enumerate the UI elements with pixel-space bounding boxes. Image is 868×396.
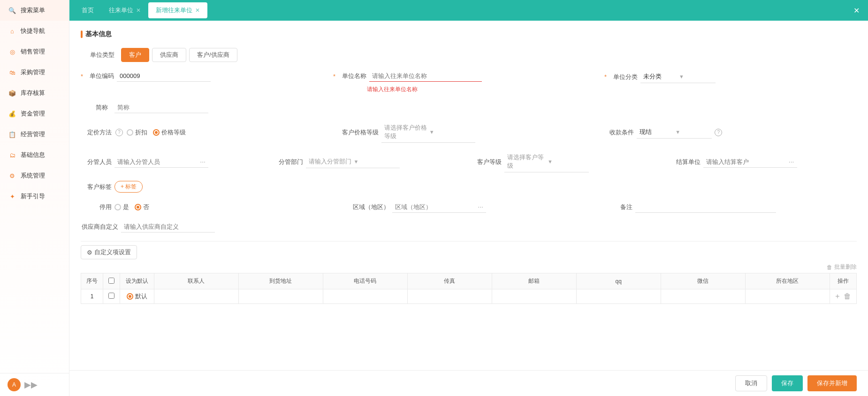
bottom-toolbar: ⚙ 自定义项设置 bbox=[81, 241, 857, 263]
abbreviation-row: 简称 bbox=[81, 102, 857, 113]
department-select[interactable]: 请输入分管部门 ▼ bbox=[306, 155, 400, 168]
payment-terms-info-icon[interactable]: ? bbox=[715, 129, 722, 136]
payment-terms-value: 现结 bbox=[640, 128, 673, 136]
add-row-button[interactable]: + bbox=[835, 292, 839, 301]
remark-input[interactable] bbox=[635, 202, 776, 213]
pricing-level-option[interactable]: 价格等级 bbox=[153, 128, 186, 137]
tab-new-partner-close[interactable]: ✕ bbox=[195, 7, 200, 14]
cell-default[interactable]: 默认 bbox=[120, 289, 154, 304]
location-input[interactable] bbox=[750, 293, 825, 300]
btn-both[interactable]: 客户/供应商 bbox=[189, 48, 237, 62]
nav-icon: ⌂ bbox=[8, 26, 17, 36]
payment-terms-select[interactable]: 现结 ▼ bbox=[637, 126, 712, 139]
abbreviation-label: 简称 bbox=[81, 103, 112, 112]
sidebar-item-guide[interactable]: ✦ 新手引导 bbox=[0, 186, 69, 207]
cell-location[interactable] bbox=[745, 289, 830, 304]
sidebar-expand-icon[interactable]: ▶▶ bbox=[24, 380, 38, 390]
sidebar-item-purchase[interactable]: 🛍 采购管理 bbox=[0, 62, 69, 83]
pricing-discount-option[interactable]: 折扣 bbox=[127, 128, 147, 137]
section-basic-info: 基本信息 bbox=[81, 30, 857, 39]
delete-row-button[interactable]: 🗑 bbox=[844, 292, 851, 301]
tab-home[interactable]: 首页 bbox=[74, 2, 101, 18]
phone-input[interactable] bbox=[328, 293, 403, 300]
code-name-category-row: * 单位编码 * 单位名称 请输入往来单位名称 * 单位分类 未分类 ▼ bbox=[81, 70, 857, 93]
tab-partners[interactable]: 往来单位 ✕ bbox=[101, 2, 148, 18]
cancel-button[interactable]: 取消 bbox=[735, 375, 767, 391]
unit-name-input[interactable] bbox=[369, 70, 482, 82]
sidebar-item-inventory[interactable]: 📦 库存核算 bbox=[0, 83, 69, 103]
sidebar-item-label: 库存核算 bbox=[21, 89, 45, 97]
sidebar-item-system[interactable]: ⚙ 系统管理 bbox=[0, 165, 69, 186]
unit-category-select[interactable]: 未分类 ▼ bbox=[640, 70, 716, 83]
default-radio-item[interactable]: 默认 bbox=[125, 292, 149, 301]
col-address: 到货地址 bbox=[238, 273, 323, 289]
row-actions: + 🗑 bbox=[835, 292, 852, 301]
sidebar-item-operations[interactable]: 📋 经营管理 bbox=[0, 124, 69, 145]
main-close-button[interactable]: ✕ bbox=[850, 6, 863, 15]
add-tag-button[interactable]: + 标签 bbox=[114, 181, 143, 193]
content-area: 基本信息 单位类型 客户 供应商 客户/供应商 * 单位编码 * bbox=[69, 21, 868, 370]
customer-tags-field: 客户标签 + 标签 bbox=[81, 181, 857, 193]
contact-table: 序号 设为默认 联系人 到货地址 电话号码 传真 邮箱 qq 微信 所在地区 操… bbox=[81, 273, 857, 304]
address-input[interactable] bbox=[244, 293, 318, 300]
cell-checkbox[interactable] bbox=[103, 289, 120, 304]
fax-input[interactable] bbox=[412, 293, 487, 300]
col-checkbox[interactable] bbox=[103, 273, 120, 289]
sidebar-footer: A ▶▶ bbox=[0, 373, 69, 396]
save-button[interactable]: 保存 bbox=[772, 375, 803, 391]
unit-name-error: 请输入往来单位名称 bbox=[367, 85, 418, 93]
manager-label: 分管人员 bbox=[81, 158, 112, 166]
select-all-checkbox[interactable] bbox=[108, 278, 114, 284]
customize-settings-button[interactable]: ⚙ 自定义项设置 bbox=[81, 245, 137, 259]
contact-input[interactable] bbox=[159, 293, 234, 300]
sidebar-item-sales[interactable]: ◎ 销售管理 bbox=[0, 41, 69, 62]
wechat-input[interactable] bbox=[666, 293, 740, 300]
settlement-unit-dots-button[interactable]: ··· bbox=[789, 158, 794, 165]
cell-phone[interactable] bbox=[323, 289, 407, 304]
manager-input[interactable] bbox=[117, 158, 200, 165]
tab-new-partner[interactable]: 新增往来单位 ✕ bbox=[148, 2, 207, 18]
disabled-yes-option[interactable]: 是 bbox=[114, 203, 129, 211]
btn-customer[interactable]: 客户 bbox=[121, 48, 149, 62]
section-icon-bar bbox=[81, 31, 83, 38]
row-checkbox[interactable] bbox=[108, 293, 114, 299]
customer-price-level-label: 客户价格等级 bbox=[341, 128, 379, 137]
chevron-down-icon: ▼ bbox=[675, 129, 709, 135]
cell-address[interactable] bbox=[238, 289, 323, 304]
tab-partners-close[interactable]: ✕ bbox=[136, 7, 141, 14]
region-dots-button[interactable]: ··· bbox=[478, 203, 483, 210]
pricing-info-icon[interactable]: ? bbox=[115, 129, 123, 136]
inventory-icon: 📦 bbox=[8, 88, 17, 98]
disabled-no-option[interactable]: 否 bbox=[135, 203, 149, 211]
sidebar-item-quick-nav[interactable]: ⌂ 快捷导航 bbox=[0, 21, 69, 41]
disabled-field: 停用 是 否 bbox=[81, 203, 324, 211]
cell-wechat[interactable] bbox=[661, 289, 745, 304]
unit-code-field: * 单位编码 bbox=[81, 70, 333, 82]
cell-contact[interactable] bbox=[154, 289, 238, 304]
save-new-button[interactable]: 保存并新增 bbox=[807, 375, 857, 391]
cell-qq[interactable] bbox=[576, 289, 661, 304]
settlement-unit-input[interactable] bbox=[706, 158, 789, 165]
disabled-radio-group: 是 否 bbox=[114, 203, 149, 211]
btn-supplier[interactable]: 供应商 bbox=[152, 48, 186, 62]
search-icon: 🔍 bbox=[8, 6, 17, 15]
region-input[interactable] bbox=[395, 203, 478, 210]
sidebar-item-label: 经营管理 bbox=[21, 130, 45, 139]
customer-price-level-select[interactable]: 请选择客户价格等级 ▼ bbox=[381, 122, 475, 143]
sidebar-item-basic[interactable]: 🗂 基础信息 bbox=[0, 145, 69, 165]
remark-label: 备注 bbox=[614, 203, 632, 211]
email-input[interactable] bbox=[497, 293, 571, 300]
bulk-delete-button[interactable]: 🗑 批量删除 bbox=[827, 263, 857, 271]
cell-email[interactable] bbox=[492, 289, 576, 304]
abbreviation-input[interactable] bbox=[114, 102, 208, 113]
customer-level-select[interactable]: 请选择客户等级 ▼ bbox=[504, 151, 589, 172]
sidebar-item-search[interactable]: 🔍 搜索菜单 bbox=[0, 0, 69, 21]
unit-code-input[interactable] bbox=[117, 70, 211, 82]
supplier-custom-input[interactable] bbox=[121, 221, 215, 233]
manager-dots-button[interactable]: ··· bbox=[200, 158, 206, 165]
sidebar-item-finance[interactable]: 💰 资金管理 bbox=[0, 103, 69, 124]
cell-fax[interactable] bbox=[407, 289, 492, 304]
no-radio-circle bbox=[135, 204, 141, 210]
qq-input[interactable] bbox=[581, 293, 656, 300]
yes-radio-circle bbox=[114, 204, 121, 210]
